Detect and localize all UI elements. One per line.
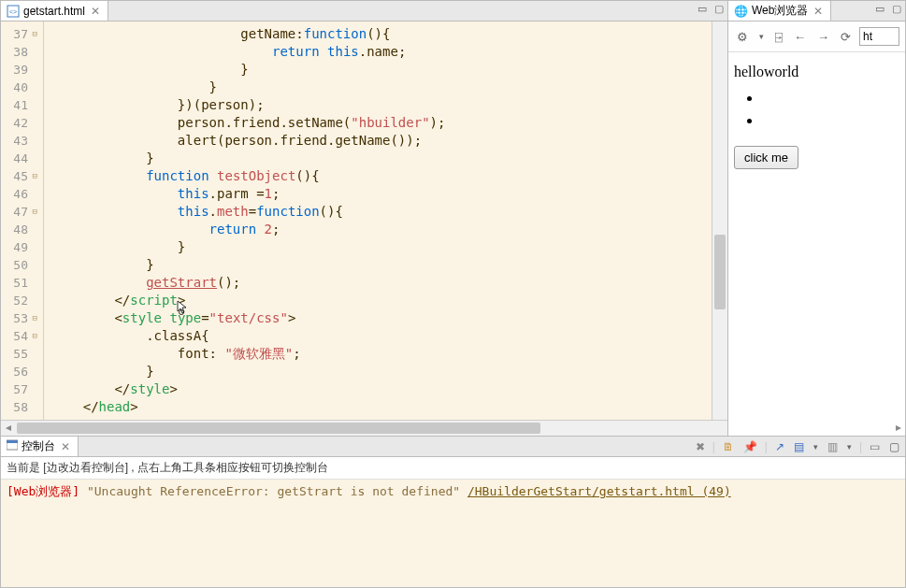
pin-icon[interactable]: 📌 xyxy=(741,440,759,453)
scroll-left-icon[interactable]: ◂ xyxy=(0,421,16,437)
vertical-scrollbar[interactable] xyxy=(712,22,727,420)
scrollbar-thumb[interactable] xyxy=(714,235,726,309)
maximize-icon[interactable]: ▢ xyxy=(890,3,903,15)
minimize-icon[interactable]: ▭ xyxy=(873,3,886,15)
browser-tab-bar: 🌐 Web浏览器 ✕ ▭ ▢ xyxy=(728,1,905,22)
console-panel: 控制台 ✕ ✖ | 🗎 📌 | ↗ ▤ ▾ ▥ ▾ | ▭ ▢ 当前是 [边改边… xyxy=(0,437,906,588)
list-item xyxy=(762,112,899,129)
back-icon[interactable]: ← xyxy=(791,28,809,46)
click-me-button[interactable]: click me xyxy=(734,146,798,169)
console-icon xyxy=(7,439,18,453)
export-icon[interactable]: ↗ xyxy=(773,440,786,453)
page-list xyxy=(762,90,899,129)
browser-tab-label: Web浏览器 xyxy=(752,3,808,19)
minimize-icon[interactable]: ▭ xyxy=(868,440,882,453)
scrollbar-thumb[interactable] xyxy=(17,423,540,434)
error-source: [Web浏览器] xyxy=(7,484,79,498)
scroll-right-icon[interactable]: ▸ xyxy=(890,421,906,437)
browser-panel: 🌐 Web浏览器 ✕ ▭ ▢ ⚙ ▾ ⍈ ← → ⟳ helloworld xyxy=(728,0,906,437)
maximize-icon[interactable]: ▢ xyxy=(712,3,726,15)
list-item xyxy=(762,90,899,107)
html-file-icon: <> xyxy=(7,5,20,18)
browser-toolbar: ⚙ ▾ ⍈ ← → ⟳ xyxy=(728,22,905,52)
chevron-down-icon[interactable]: ▾ xyxy=(845,442,854,452)
forward-icon[interactable]: → xyxy=(814,28,832,46)
clear-icon[interactable]: ✖ xyxy=(694,440,707,453)
error-link[interactable]: /HBuilderGetStart/getstart.html (49) xyxy=(467,484,731,498)
gear-icon[interactable]: ⚙ xyxy=(734,28,751,46)
svg-text:<>: <> xyxy=(9,8,17,15)
maximize-icon[interactable]: ▢ xyxy=(887,440,901,453)
close-icon[interactable]: ✕ xyxy=(812,5,825,18)
refresh-icon[interactable]: ⟳ xyxy=(838,28,854,46)
console-tab-label: 控制台 xyxy=(22,438,55,454)
chevron-down-icon[interactable]: ▾ xyxy=(812,442,820,452)
browser-tab[interactable]: 🌐 Web浏览器 ✕ xyxy=(728,1,831,21)
globe-icon: 🌐 xyxy=(734,5,748,18)
minimize-icon[interactable]: ▭ xyxy=(696,3,709,15)
horizontal-scrollbar[interactable]: ◂ ▸ xyxy=(1,420,727,436)
editor-panel: <> getstart.html ✕ ▭ ▢ 37⊟38 39 40 41 42… xyxy=(0,0,728,437)
svg-rect-4 xyxy=(7,440,18,443)
doc-icon[interactable]: 🗎 xyxy=(721,440,736,453)
editor-tab-file[interactable]: <> getstart.html ✕ xyxy=(1,1,108,21)
console-hint: 当前是 [边改边看控制台] , 点右上角工具条相应按钮可切换控制台 xyxy=(1,457,905,480)
page-icon[interactable]: ▤ xyxy=(792,440,806,453)
browser-viewport: helloworld click me xyxy=(728,52,905,436)
nav-open-icon[interactable]: ⍈ xyxy=(772,28,785,46)
code-editor[interactable]: 37⊟38 39 40 41 42 43 44 45⊟46 47⊟48 49 5… xyxy=(1,22,727,420)
error-message: "Uncaught ReferenceError: getStrart is n… xyxy=(87,484,460,498)
line-gutter: 37⊟38 39 40 41 42 43 44 45⊟46 47⊟48 49 5… xyxy=(1,22,44,420)
close-icon[interactable]: ✕ xyxy=(59,440,72,453)
url-input[interactable] xyxy=(859,27,899,46)
page-text: helloworld xyxy=(734,64,899,80)
trash-icon[interactable]: ▥ xyxy=(826,440,840,453)
editor-tab-label: getstart.html xyxy=(23,5,85,18)
console-output[interactable]: [Web浏览器] "Uncaught ReferenceError: getSt… xyxy=(1,480,905,587)
code-area[interactable]: getName:function(){ return this.name; } … xyxy=(44,22,712,420)
console-tab-bar: 控制台 ✕ ✖ | 🗎 📌 | ↗ ▤ ▾ ▥ ▾ | ▭ ▢ xyxy=(1,437,905,457)
chevron-down-icon[interactable]: ▾ xyxy=(756,30,767,43)
console-tab[interactable]: 控制台 ✕ xyxy=(1,437,79,456)
editor-tab-bar: <> getstart.html ✕ ▭ ▢ xyxy=(1,1,727,22)
close-icon[interactable]: ✕ xyxy=(89,5,102,18)
